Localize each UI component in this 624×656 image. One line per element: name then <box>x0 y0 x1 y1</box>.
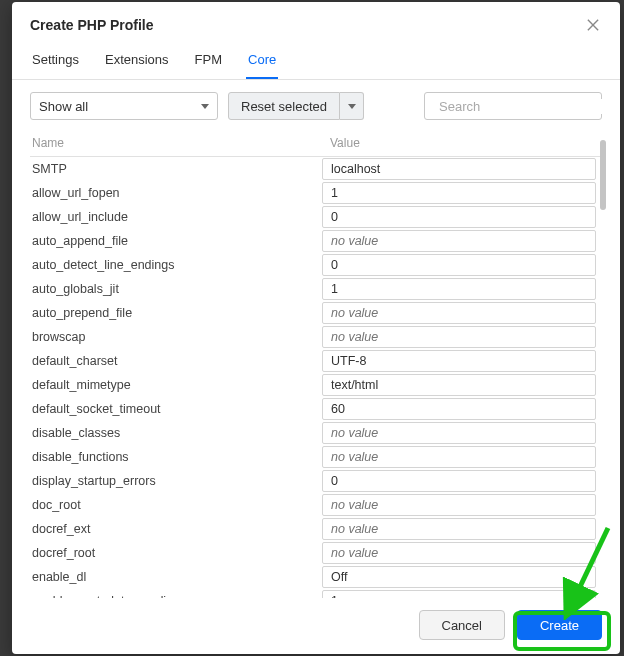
setting-value-input[interactable] <box>322 158 596 180</box>
setting-value-input[interactable] <box>322 350 596 372</box>
setting-name: default_socket_timeout <box>30 402 322 416</box>
table-body[interactable]: SMTPallow_url_fopenallow_url_includeauto… <box>30 157 602 598</box>
setting-name: enable_dl <box>30 570 322 584</box>
settings-table: Name Value SMTPallow_url_fopenallow_url_… <box>30 130 602 598</box>
setting-value-input[interactable] <box>322 278 596 300</box>
setting-name: docref_ext <box>30 522 322 536</box>
setting-value-input[interactable] <box>322 566 596 588</box>
tab-core[interactable]: Core <box>246 44 278 79</box>
cancel-button[interactable]: Cancel <box>419 610 505 640</box>
tab-extensions[interactable]: Extensions <box>103 44 171 79</box>
column-header-value: Value <box>322 136 602 150</box>
setting-name: browscap <box>30 330 322 344</box>
table-row: default_mimetype <box>30 373 596 397</box>
setting-name: disable_classes <box>30 426 322 440</box>
table-row: SMTP <box>30 157 596 181</box>
setting-name: enable_post_data_reading <box>30 594 322 598</box>
table-row: doc_root <box>30 493 596 517</box>
column-header-name: Name <box>30 136 322 150</box>
reset-selected-button[interactable]: Reset selected <box>228 92 340 120</box>
table-row: allow_url_fopen <box>30 181 596 205</box>
setting-value-input[interactable] <box>322 398 596 420</box>
chevron-down-icon <box>348 104 356 109</box>
table-row: auto_detect_line_endings <box>30 253 596 277</box>
table-row: enable_dl <box>30 565 596 589</box>
table-row: default_charset <box>30 349 596 373</box>
table-row: auto_append_file <box>30 229 596 253</box>
setting-value-input[interactable] <box>322 326 596 348</box>
setting-value-input[interactable] <box>322 590 596 598</box>
filter-select-label: Show all <box>39 99 88 114</box>
table-header: Name Value <box>30 130 602 157</box>
scrollbar-thumb[interactable] <box>600 140 606 210</box>
create-button[interactable]: Create <box>517 610 602 640</box>
setting-name: auto_globals_jit <box>30 282 322 296</box>
table-row: disable_classes <box>30 421 596 445</box>
reset-selected-split[interactable] <box>340 92 364 120</box>
chevron-down-icon <box>201 104 209 109</box>
setting-value-input[interactable] <box>322 470 596 492</box>
setting-name: docref_root <box>30 546 322 560</box>
filter-select[interactable]: Show all <box>30 92 218 120</box>
close-icon <box>587 19 599 31</box>
setting-value-input[interactable] <box>322 422 596 444</box>
table-row: allow_url_include <box>30 205 596 229</box>
setting-name: allow_url_fopen <box>30 186 322 200</box>
search-field[interactable] <box>424 92 602 120</box>
close-button[interactable] <box>584 16 602 34</box>
table-row: default_socket_timeout <box>30 397 596 421</box>
modal-title: Create PHP Profile <box>30 17 153 33</box>
table-row: auto_prepend_file <box>30 301 596 325</box>
tab-settings[interactable]: Settings <box>30 44 81 79</box>
setting-value-input[interactable] <box>322 182 596 204</box>
create-php-profile-modal: Create PHP Profile SettingsExtensionsFPM… <box>12 2 620 654</box>
setting-name: allow_url_include <box>30 210 322 224</box>
modal-header: Create PHP Profile <box>12 2 620 44</box>
setting-name: SMTP <box>30 162 322 176</box>
setting-value-input[interactable] <box>322 446 596 468</box>
setting-value-input[interactable] <box>322 494 596 516</box>
table-row: docref_root <box>30 541 596 565</box>
tab-fpm[interactable]: FPM <box>193 44 224 79</box>
reset-selected-group: Reset selected <box>228 92 364 120</box>
setting-name: default_charset <box>30 354 322 368</box>
setting-value-input[interactable] <box>322 254 596 276</box>
setting-name: disable_functions <box>30 450 322 464</box>
setting-value-input[interactable] <box>322 230 596 252</box>
toolbar: Show all Reset selected <box>12 80 620 130</box>
setting-name: doc_root <box>30 498 322 512</box>
table-row: browscap <box>30 325 596 349</box>
setting-name: auto_detect_line_endings <box>30 258 322 272</box>
tabs: SettingsExtensionsFPMCore <box>12 44 620 80</box>
setting-name: default_mimetype <box>30 378 322 392</box>
modal-footer: Cancel Create <box>12 598 620 654</box>
table-row: enable_post_data_reading <box>30 589 596 598</box>
setting-name: auto_prepend_file <box>30 306 322 320</box>
search-input[interactable] <box>439 99 607 114</box>
setting-value-input[interactable] <box>322 374 596 396</box>
setting-value-input[interactable] <box>322 206 596 228</box>
setting-name: display_startup_errors <box>30 474 322 488</box>
setting-name: auto_append_file <box>30 234 322 248</box>
setting-value-input[interactable] <box>322 542 596 564</box>
table-row: disable_functions <box>30 445 596 469</box>
setting-value-input[interactable] <box>322 518 596 540</box>
table-row: docref_ext <box>30 517 596 541</box>
setting-value-input[interactable] <box>322 302 596 324</box>
table-row: display_startup_errors <box>30 469 596 493</box>
table-row: auto_globals_jit <box>30 277 596 301</box>
